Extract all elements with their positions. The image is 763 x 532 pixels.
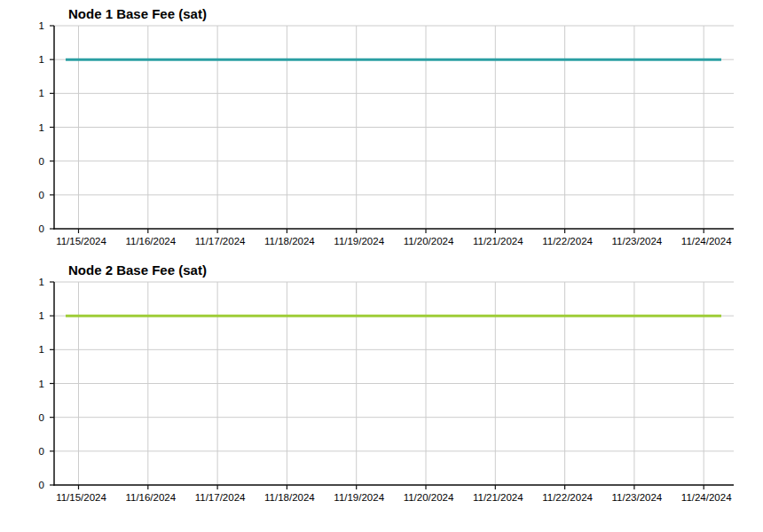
x-tick-label: 11/21/2024 (473, 236, 523, 246)
y-tick-label: 0 (39, 156, 44, 167)
x-tick-label: 11/20/2024 (404, 492, 454, 503)
chart-node2-base-fee: Node 2 Base Fee (sat) 111100011/15/20241… (0, 256, 763, 522)
x-tick-label: 11/22/2024 (542, 236, 593, 246)
x-tick-label: 11/21/2024 (473, 492, 523, 503)
x-tick-label: 11/24/2024 (681, 492, 732, 503)
y-tick-label: 1 (39, 344, 44, 355)
x-tick-label: 11/18/2024 (264, 236, 315, 246)
y-tick-label: 1 (39, 20, 44, 31)
y-tick-label: 1 (39, 88, 44, 98)
y-tick-label: 0 (39, 190, 44, 200)
y-tick-label: 1 (39, 379, 44, 389)
y-tick-label: 0 (39, 480, 44, 490)
x-tick-label: 11/18/2024 (264, 492, 315, 503)
y-tick-label: 1 (39, 277, 44, 287)
x-tick-label: 11/19/2024 (334, 236, 384, 246)
x-tick-label: 11/17/2024 (195, 492, 246, 503)
y-tick-label: 1 (39, 54, 44, 65)
x-tick-label: 11/19/2024 (334, 492, 384, 503)
x-tick-label: 11/15/2024 (56, 492, 106, 503)
x-tick-label: 11/17/2024 (195, 236, 246, 246)
chart-node1-base-fee: Node 1 Base Fee (sat) 111100011/15/20241… (0, 0, 763, 266)
x-tick-label: 11/23/2024 (612, 236, 663, 246)
x-tick-label: 11/16/2024 (125, 236, 176, 246)
plot-area: 111100011/15/202411/16/202411/17/202411/… (0, 256, 763, 522)
x-tick-label: 11/22/2024 (542, 492, 593, 503)
y-tick-label: 0 (39, 223, 44, 234)
plot-area: 111100011/15/202411/16/202411/17/202411/… (0, 0, 763, 266)
y-tick-label: 1 (39, 122, 44, 133)
y-tick-label: 1 (39, 310, 44, 321)
x-tick-label: 11/20/2024 (404, 236, 454, 246)
x-tick-label: 11/23/2024 (612, 492, 663, 503)
y-tick-label: 0 (39, 446, 44, 457)
x-tick-label: 11/16/2024 (125, 492, 176, 503)
y-tick-label: 0 (39, 412, 44, 423)
x-tick-label: 11/15/2024 (56, 236, 106, 246)
x-tick-label: 11/24/2024 (681, 236, 732, 246)
